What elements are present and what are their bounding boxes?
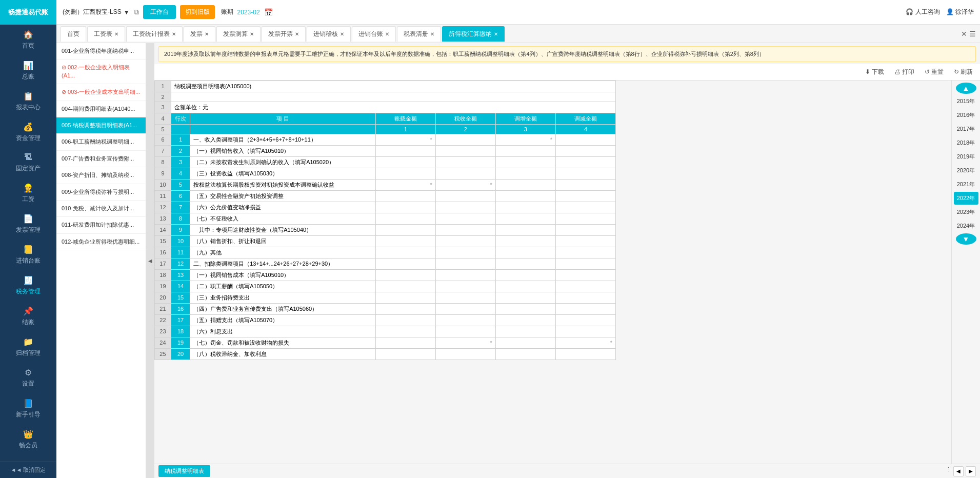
consult-button[interactable]: 🎧 人工咨询 <box>906 8 939 16</box>
tab-income-tax-close[interactable]: ✕ <box>494 31 498 37</box>
data-cell[interactable] <box>495 213 555 224</box>
data-cell[interactable] <box>375 202 435 213</box>
sidebar-item-ledger[interactable]: 📊 总账 <box>0 55 56 86</box>
data-cell[interactable]: * <box>435 337 495 348</box>
data-cell[interactable] <box>375 292 435 303</box>
scroll-right-button[interactable]: ▶ <box>966 466 976 476</box>
data-cell[interactable] <box>375 168 435 179</box>
year-2017[interactable]: 2017年 <box>954 123 978 135</box>
data-cell[interactable] <box>495 269 555 281</box>
user-avatar[interactable]: 👤 徐泽华 <box>946 8 974 16</box>
left-item-002[interactable]: ⊘ 002-一般企业收入明细表(A1... <box>56 59 146 84</box>
left-item-005[interactable]: 005-纳税调整项目明细表(A1... <box>56 117 146 134</box>
year-2024[interactable]: 2024年 <box>954 220 978 232</box>
data-cell[interactable] <box>435 247 495 258</box>
year-2015[interactable]: 2015年 <box>954 95 978 108</box>
tab-tax-list[interactable]: 税表清册 ✕ <box>397 26 441 42</box>
year-2023[interactable]: 2023年 <box>954 206 978 218</box>
left-item-008[interactable]: 008-资产折旧、摊销及纳税... <box>56 167 146 184</box>
tab-salary[interactable]: 工资表 ✕ <box>87 26 125 42</box>
data-cell[interactable] <box>495 292 555 303</box>
data-cell[interactable] <box>555 326 615 337</box>
data-cell[interactable]: * <box>375 179 435 190</box>
tab-invoice-open-close[interactable]: ✕ <box>295 31 299 37</box>
data-cell[interactable] <box>435 235 495 247</box>
data-cell[interactable] <box>495 258 555 269</box>
data-cell[interactable] <box>435 258 495 269</box>
data-cell[interactable] <box>435 314 495 326</box>
data-cell[interactable] <box>555 303 615 314</box>
period-value[interactable]: 2023-02 <box>237 9 260 16</box>
old-version-button[interactable]: 切到旧版 <box>180 5 215 19</box>
data-cell[interactable] <box>435 303 495 314</box>
year-2022[interactable]: 2022年 <box>954 192 978 205</box>
data-cell[interactable] <box>555 134 615 145</box>
sidebar-item-purchases[interactable]: 📒 进销台账 <box>0 240 56 270</box>
data-cell[interactable]: * <box>555 337 615 348</box>
close-all-button[interactable]: ✕ <box>961 30 967 38</box>
sidebar-item-settings[interactable]: ⚙ 设置 <box>0 363 56 393</box>
data-cell[interactable] <box>555 314 615 326</box>
tab-home[interactable]: 首页 <box>61 26 86 42</box>
data-cell[interactable] <box>435 134 495 145</box>
data-cell[interactable] <box>435 213 495 224</box>
data-cell[interactable] <box>375 258 435 269</box>
sidebar-item-archive[interactable]: 📁 归档管理 <box>0 332 56 363</box>
data-cell[interactable] <box>435 156 495 168</box>
data-cell[interactable] <box>375 247 435 258</box>
data-cell[interactable] <box>435 348 495 360</box>
data-cell[interactable] <box>555 202 615 213</box>
data-cell[interactable]: * <box>495 134 555 145</box>
data-cell[interactable] <box>495 326 555 337</box>
year-2020[interactable]: 2020年 <box>954 164 978 177</box>
sidebar-item-finance[interactable]: 💰 资金管理 <box>0 117 56 148</box>
data-cell[interactable] <box>375 224 435 235</box>
data-cell[interactable] <box>495 247 555 258</box>
data-cell[interactable] <box>435 326 495 337</box>
data-cell[interactable] <box>555 235 615 247</box>
sidebar-item-tax[interactable]: 🧾 税务管理 <box>0 270 56 301</box>
data-cell[interactable] <box>375 190 435 202</box>
print-button[interactable]: 🖨 打印 <box>891 66 917 78</box>
data-cell[interactable] <box>555 179 615 190</box>
company-selector[interactable]: (勿删）江西股宝-LSS ▼ <box>63 8 130 16</box>
left-item-001[interactable]: 001-企业所得税年度纳税申... <box>56 43 146 59</box>
data-cell[interactable] <box>435 269 495 281</box>
data-cell[interactable] <box>555 348 615 360</box>
data-cell[interactable] <box>495 179 555 190</box>
copy-icon[interactable]: ⧉ <box>134 8 139 16</box>
data-cell[interactable] <box>495 281 555 292</box>
data-cell[interactable] <box>435 292 495 303</box>
year-down-button[interactable]: ▼ <box>956 233 976 245</box>
bottom-tab-item[interactable]: 纳税调整明细表 <box>158 465 210 477</box>
sidebar-item-salary[interactable]: 👷 工资 <box>0 178 56 209</box>
data-cell[interactable] <box>375 348 435 360</box>
year-2021[interactable]: 2021年 <box>954 178 978 191</box>
workbench-button[interactable]: 工作台 <box>143 5 176 19</box>
data-cell[interactable] <box>495 314 555 326</box>
unpin-button[interactable]: ◄◄ 取消固定 <box>0 462 56 478</box>
sidebar-item-guide[interactable]: 📘 新手引导 <box>0 393 56 424</box>
sidebar-item-member[interactable]: 👑 畅会员 <box>0 424 56 455</box>
tab-ledger-close[interactable]: ✕ <box>385 31 389 37</box>
data-cell[interactable] <box>375 281 435 292</box>
data-cell[interactable] <box>495 168 555 179</box>
tab-audit-close[interactable]: ✕ <box>340 31 344 37</box>
data-cell[interactable] <box>435 281 495 292</box>
menu-icon[interactable]: ☰ <box>969 30 976 38</box>
data-cell[interactable] <box>495 190 555 202</box>
data-cell[interactable] <box>555 269 615 281</box>
data-cell[interactable] <box>555 292 615 303</box>
data-cell[interactable] <box>495 156 555 168</box>
data-cell[interactable] <box>375 314 435 326</box>
left-item-009[interactable]: 009-企业所得税弥补亏损明... <box>56 184 146 201</box>
left-item-011[interactable]: 011-研发费用加计扣除优惠... <box>56 217 146 233</box>
year-2018[interactable]: 2018年 <box>954 136 978 149</box>
data-cell[interactable] <box>495 235 555 247</box>
data-cell[interactable]: * <box>435 179 495 190</box>
tab-income-tax[interactable]: 所得税汇算缴纳 ✕ <box>442 26 505 42</box>
data-cell[interactable] <box>555 168 615 179</box>
left-item-003[interactable]: ⊘ 003-一般企业成本支出明细... <box>56 84 146 101</box>
data-cell[interactable] <box>375 145 435 156</box>
data-cell[interactable] <box>555 224 615 235</box>
